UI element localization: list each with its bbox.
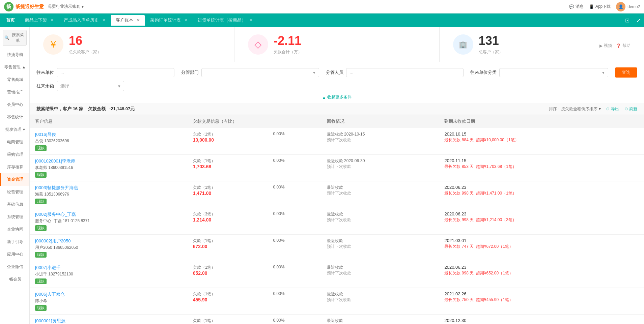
sidebar-item-app-center[interactable]: 应用中心 [0,248,29,261]
tab-purchase-stats-close[interactable]: ✕ [249,18,253,23]
table-body: [0016]吕俊 吕俊 13026203696 现款 欠款（1笔） 10,000… [30,128,644,324]
customer-name-6[interactable]: [0006]去下粮仓 [35,291,182,297]
sidebar-item-batch-mgmt[interactable]: 批发管理 ▾ [0,123,29,136]
debt-amount-1[interactable]: 1,703.68 [193,164,262,169]
tab-maximize-btn[interactable]: ⤢ [634,17,643,24]
customer-name-0[interactable]: [0016]吕俊 [35,131,182,138]
table-row: [0016]吕俊 吕俊 13026203696 现款 欠款（1笔） 10,000… [30,128,644,155]
stat-icon-total-customers: 🏢 [453,34,473,55]
overdue-link-4[interactable]: 超期¥672.00（1笔） [476,244,513,249]
tab-product-off-close[interactable]: ✕ [50,18,54,23]
overdue-link-1[interactable]: 超期¥1,703.68（1笔） [476,164,516,169]
collapse-btn[interactable]: ▲ 收起更多条件 [322,94,352,100]
sidebar-item-business[interactable]: 经营管理 [0,186,29,198]
search-button[interactable]: 查询 [615,67,637,78]
sidebar-item-retail-mgmt[interactable]: 零售管理 ▲ [0,61,29,73]
customer-name-1[interactable]: [0001020001]李老师 [35,158,182,164]
customer-contact-1: 李老师 18600391516 [35,165,182,171]
filter-select-dept[interactable]: ▾ [201,68,319,77]
sidebar-item-purchase[interactable]: 采购管理 [0,148,29,161]
tab-customer-account[interactable]: 客户账本 ✕ [111,15,145,26]
debt-amount-4[interactable]: 672.00 [193,244,262,249]
sidebar-item-retail-stats[interactable]: 零售统计 [0,111,29,123]
debt-amount-6[interactable]: 455.90 [193,297,262,302]
store-label: 母婴行业演示账套 [48,4,80,9]
td-collect-2: 最近收款 预计下次收款 [321,181,439,208]
customer-name-3[interactable]: [0002]服务中心_丁磊 [35,211,182,217]
sidebar-item-system[interactable]: 系统管理 [0,211,29,223]
app-download-btn[interactable]: 📱 App下载 [589,4,611,9]
top-bar: 畅 畅捷通好生意 母婴行业演示账套 ▾ 💬 消息 📱 App下载 👤 demo2 [0,0,644,13]
debt-amount-0[interactable]: 10,000.00 [193,137,262,143]
tab-restore-btn[interactable]: ⊡ [623,17,632,24]
customer-contact-6: 陈小希 [35,298,182,304]
tab-purchase-order[interactable]: 采购订单统计表 ✕ [145,15,192,26]
debt-count-3: 欠款（3笔） [193,211,262,217]
sidebar-item-vip[interactable]: 畅会员 [0,273,29,286]
filter-input-customer[interactable]: ... [57,68,174,77]
filter-select-balance[interactable]: 选择... ▾ [57,81,124,91]
export-btn[interactable]: ⊙ 导出 [606,106,619,112]
tab-purchase-order-close[interactable]: ✕ [184,18,188,23]
debt-amount-3[interactable]: 1,214.00 [193,217,262,223]
tab-home[interactable]: 首页 [1,15,20,26]
help-btn[interactable]: ❓ 帮助 [616,43,631,49]
stat-info-total-debt: -2.11 欠款合计（万） [274,34,302,55]
overdue-link-3[interactable]: 超期¥1,214.00（3笔） [476,217,516,222]
search-menu-btn[interactable]: 🔍 搜索菜单 [3,30,27,46]
overdue-link-0[interactable]: 超期¥10,000.00（1笔） [476,138,519,142]
overdue-link-5[interactable]: 超期¥652.00（1笔） [476,271,513,275]
sidebar-item-marketing[interactable]: 营销推广 [0,86,29,98]
sidebar-item-retail-mall[interactable]: 零售商城 [0,73,29,86]
tab-product-history-close[interactable]: ✕ [102,18,106,23]
collect-date-3: 最近收款 [327,211,434,217]
sidebar-item-wecom[interactable]: 企业微信 [0,261,29,273]
td-debt-percent-3: 0.00% [268,208,321,235]
sidebar-item-basic-info[interactable]: 基础信息 [0,198,29,211]
due-date-4: 2021.03.01 [444,238,639,243]
message-btn[interactable]: 💬 消息 [569,4,584,9]
sidebar-item-enterprise[interactable]: 企业协同 [0,223,29,236]
filter-select-category[interactable]: ▾ [499,68,608,77]
overdue-link-6[interactable]: 超期¥455.90（1笔） [476,297,513,302]
customer-tag-3: 现款 [35,225,47,231]
sidebar-item-member[interactable]: 会员中心 [0,98,29,111]
sidebar-item-quick-nav[interactable]: 快捷导航 [0,49,29,61]
refresh-icon: ⊙ [624,107,628,111]
debt-amount-5[interactable]: 652.00 [193,270,262,276]
sidebar-item-newbie[interactable]: 新手引导 [0,236,29,248]
sidebar-item-finance[interactable]: 资金管理 [0,173,29,186]
refresh-label: 刷新 [629,106,637,112]
td-debt-percent-1: 0.00% [268,155,321,181]
tab-product-off[interactable]: 商品上下架 ✕ [20,15,58,26]
customer-name-2[interactable]: [0003]畅捷服务尹海燕 [35,185,182,191]
collect-date-6: 最近收款 [327,291,434,297]
td-collect-5: 最近收款 预计下次收款 [321,261,439,288]
sidebar-item-ecommerce[interactable]: 电商管理 [0,136,29,148]
tab-customer-account-close[interactable]: ✕ [137,18,140,23]
tab-bar-actions: ⊡ ⤢ [623,17,643,24]
overdue-link-2[interactable]: 超期¥1,471.00（1笔） [476,191,516,196]
video-btn[interactable]: ▶ 视频 [599,43,612,49]
result-customer-unit: 家 [79,106,83,111]
collect-date-0: 最近收款 2020-10-15 [327,131,434,137]
app-wrapper: 畅 畅捷通好生意 母婴行业演示账套 ▾ 💬 消息 📱 App下载 👤 demo2 [0,0,644,324]
debt-percent-7: 0.00% [273,318,316,323]
logo-icon: 畅 [4,2,13,11]
customer-name-4[interactable]: [000002]用户2050 [35,238,182,244]
store-selector[interactable]: 母婴行业演示账套 ▾ [48,4,84,9]
filter-item-customer: 往来单位 ... [36,68,174,77]
debt-amount-2[interactable]: 1,471.00 [193,190,262,196]
user-avatar-area[interactable]: 👤 demo2 [616,2,640,11]
refresh-btn[interactable]: ⊙ 刷新 [624,106,637,112]
filter-input-person[interactable]: ... [346,68,464,77]
td-due-3: 2020.06.23 最长欠款 998 天 超期¥1,214.00（3笔） [439,208,644,235]
td-debt-count-3: 欠款（3笔） 1,214.00 [188,208,268,235]
sort-selector[interactable]: 排序：按欠款金额倒序排序 ▾ [549,106,601,112]
customer-name-7[interactable]: [000001]黄思源 [35,318,182,324]
tab-purchase-stats[interactable]: 进货单统计表（按商品） ✕ [193,15,257,26]
sidebar-item-inventory[interactable]: 库存核算 [0,161,29,173]
tab-product-history[interactable]: 产成品入库单历史 ✕ [59,15,110,26]
customer-name-5[interactable]: [0007]小进千 [35,265,182,271]
th-customer-info: 客户信息 [30,115,188,128]
